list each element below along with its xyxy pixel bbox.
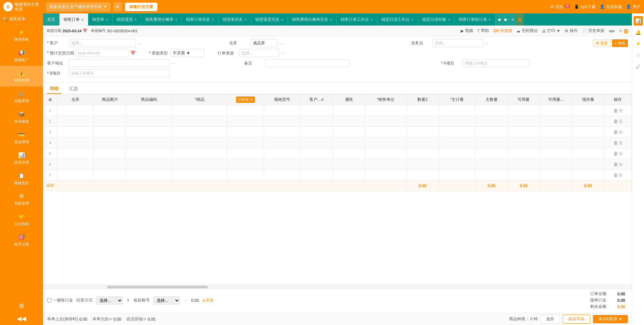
delete-icon[interactable]: 🗑: [613, 129, 618, 135]
tab-sales-return-history[interactable]: 销货退货历史 ✕: [251, 13, 288, 26]
tab-close-icon[interactable]: ✕: [106, 18, 108, 22]
calendar-icon[interactable]: 📅: [83, 29, 87, 33]
delete-icon[interactable]: 🗑: [613, 151, 618, 156]
calendar2-icon[interactable]: 📅: [130, 51, 136, 55]
sidebar-item-enterprise[interactable]: 🤝 企业协同: [0, 209, 43, 230]
save-new-button[interactable]: 保存&新增 ▼: [593, 315, 628, 323]
delete-icon[interactable]: 🗑: [613, 108, 618, 113]
right-icon-5[interactable]: 🖊: [634, 62, 643, 71]
sidebar-item-purchase[interactable]: 🛒 采购管理: [0, 86, 43, 107]
tab-close-icon[interactable]: ✕: [330, 18, 332, 22]
sidebar-item-marketing[interactable]: 📢 营销推广: [0, 45, 43, 66]
row-1-main-qty[interactable]: [476, 105, 508, 116]
right-icon-4[interactable]: ☆: [634, 50, 643, 60]
sidebar-item-system[interactable]: ⚙ 系统管理: [0, 189, 43, 209]
warehouse-dots-button[interactable]: ···: [279, 40, 283, 46]
tab-close-icon[interactable]: ✕: [244, 18, 247, 22]
settings-button[interactable]: ⚙: [113, 2, 122, 11]
sidebar-settings-button[interactable]: ⚙: [0, 299, 43, 312]
tab-sales-doc-history[interactable]: 销货单历史 ✕: [219, 13, 251, 26]
tab-sales-stats[interactable]: 销售订单统计表 ✕: [455, 13, 495, 26]
tab-menu-button[interactable]: ≡: [509, 13, 516, 26]
row-1-qty2[interactable]: [407, 105, 439, 116]
sidebar-item-operations[interactable]: 📊 经营管理: [0, 148, 43, 168]
nav-prev-icon[interactable]: ◀: [608, 29, 611, 33]
b-project-input[interactable]: [69, 69, 169, 77]
tab-cash-reconcile[interactable]: 钱货日清对账 ✕: [418, 13, 455, 26]
tab-close-icon[interactable]: ✕: [134, 18, 137, 22]
invoice-select[interactable]: 不开票 ▼: [171, 49, 204, 57]
tab-sales-expense[interactable]: 销售费用分摊单 ✕: [141, 13, 182, 26]
delete-icon[interactable]: 🗑: [613, 119, 618, 124]
row-1-spec[interactable]: [264, 105, 301, 116]
sidebar-item-search[interactable]: 🔍 搜索菜单: [0, 13, 43, 25]
sidebar-item-guide[interactable]: 🎯 新手引导: [0, 230, 43, 250]
tab-sales-order-history[interactable]: 销售订单历史 ✕: [182, 13, 219, 26]
copy-icon[interactable]: ⎘: [619, 108, 622, 113]
grid-icon[interactable]: ▦: [623, 28, 629, 34]
delete-icon[interactable]: 🗑: [613, 172, 618, 178]
delete-icon[interactable]: 🗑: [613, 162, 618, 167]
row-2-code[interactable]: [126, 116, 172, 127]
row-1-code[interactable]: [126, 105, 172, 116]
tab-sales-doc[interactable]: 销货单 ✕: [88, 13, 113, 26]
sidebar-item-sales[interactable]: 💰 销售管理: [0, 66, 43, 86]
sidebar-item-inventory[interactable]: 📦 库存核算: [0, 107, 43, 127]
row-2-warehouse[interactable]: [57, 116, 94, 127]
order-source-dots-button[interactable]: ···: [281, 50, 286, 56]
account-dots-button[interactable]: ···: [184, 298, 188, 303]
online-service-button[interactable]: 👤 在线客服: [600, 4, 622, 10]
scan-button[interactable]: 扫码录入: [236, 96, 255, 103]
tab-close-icon[interactable]: ✕: [81, 18, 84, 22]
row-1-avail2[interactable]: [540, 105, 572, 116]
order-source-input[interactable]: [239, 49, 279, 57]
right-icon-3[interactable]: ⚡: [634, 39, 643, 48]
delivery-input[interactable]: [75, 49, 129, 57]
save-draft-button[interactable]: 保存草稿: [563, 315, 590, 324]
tab-next-button[interactable]: ▶: [502, 13, 509, 26]
one-click-checkbox[interactable]: 一键收订金: [47, 297, 73, 303]
nav-next-icon[interactable]: ▶: [612, 29, 615, 33]
right-icon-1[interactable]: 📊: [634, 16, 643, 26]
tab-grid-button[interactable]: ▦: [516, 13, 524, 26]
address-input[interactable]: [69, 59, 169, 67]
tab-summary[interactable]: 汇总: [67, 84, 81, 94]
address-dots-button[interactable]: ···: [172, 60, 176, 66]
salesperson-input[interactable]: [432, 39, 483, 47]
tab-detail[interactable]: 明细: [47, 84, 61, 94]
discard-button[interactable]: 放弃: [540, 315, 560, 324]
tab-close-icon[interactable]: ✕: [448, 18, 450, 22]
material-button[interactable]: + 物流: [612, 39, 628, 47]
sidebar-collapse-button[interactable]: ◀◀: [0, 312, 43, 325]
tab-sales-expense-history[interactable]: 销售费用分摊单历史 ✕: [288, 13, 337, 26]
copy-icon[interactable]: ⎘: [619, 151, 622, 156]
industry-button[interactable]: 体验行业方案: [125, 3, 157, 11]
note-input[interactable]: [266, 59, 350, 67]
tab-home[interactable]: 首页: [43, 13, 60, 26]
copy-icon[interactable]: ⎘: [619, 129, 622, 135]
tab-sales-order[interactable]: 销售订单 ✕: [60, 13, 88, 26]
customer-dots-button[interactable]: ···: [138, 40, 142, 46]
tab-sales-return[interactable]: 销货退货 ✕: [113, 13, 141, 26]
tab-close-icon[interactable]: ✕: [212, 18, 214, 22]
delete-icon[interactable]: 🗑: [613, 140, 618, 146]
sidebar-item-finance[interactable]: 💳 资金管理: [0, 127, 43, 148]
row-2-product[interactable]: [172, 116, 227, 127]
payment-method-select[interactable]: 选择...: [96, 296, 123, 304]
copy-icon[interactable]: ⎘: [619, 119, 622, 124]
system-selector[interactable]: 装备及固定资产辅助管理系统 ▼: [46, 3, 110, 11]
user-button[interactable]: 👤 用户: [626, 4, 641, 10]
tab-close-icon[interactable]: ✕: [370, 18, 373, 22]
history-button[interactable]: 📄 历史单据: [582, 28, 604, 34]
app-download-button[interactable]: 📱 App下载: [574, 4, 596, 10]
scroll-bar[interactable]: [43, 285, 632, 289]
a-project-input[interactable]: [462, 59, 530, 67]
row-1-attribute[interactable]: [333, 105, 365, 116]
tab-close-icon[interactable]: ✕: [175, 18, 178, 22]
tab-close-icon[interactable]: ✕: [281, 18, 283, 22]
tab-sales-workbench[interactable]: 销售订单工作台 ✕: [337, 13, 377, 26]
row-1-sales-unit[interactable]: [365, 105, 407, 116]
account-select[interactable]: 选择...: [153, 296, 180, 304]
copy-icon[interactable]: ⎘: [619, 162, 622, 167]
copy-icon[interactable]: ⎘: [619, 140, 622, 146]
